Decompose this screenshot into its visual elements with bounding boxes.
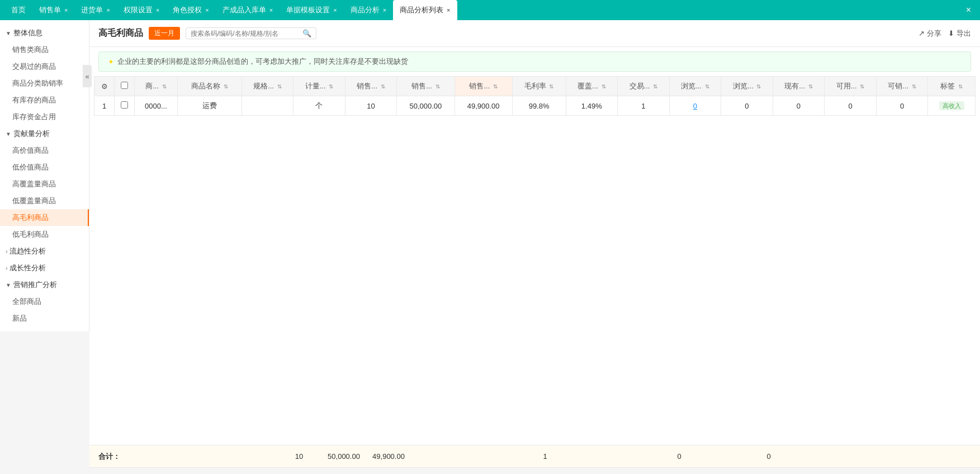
sidebar-item-category-rate[interactable]: 商品分类助销率	[0, 75, 89, 92]
table-row: 1 0000... 运费 个 10 50,000.00 49,900.00 99…	[94, 96, 976, 116]
col-available[interactable]: 可用... ⇅	[825, 77, 877, 96]
cell-spec	[242, 96, 293, 116]
sidebar: ▼ 整体信息 销售类商品 交易过的商品 商品分类助销率 有库存的商品 库存资金占…	[0, 20, 89, 331]
close-purchase-tab[interactable]: ×	[106, 7, 110, 13]
sort-sellable-icon: ⇅	[912, 83, 916, 90]
close-product-analysis-list-tab[interactable]: ×	[447, 7, 450, 13]
sidebar-group-contribution[interactable]: ▼ 贡献量分析	[0, 125, 89, 142]
share-button[interactable]: ↗ 分享	[919, 29, 941, 39]
cell-index: 1	[94, 96, 115, 116]
sidebar-item-low-margin[interactable]: 低毛利商品	[0, 226, 89, 243]
cell-sales-amount: 50,000.00	[397, 96, 455, 116]
col-name[interactable]: 商品名称 ⇅	[177, 77, 242, 96]
row-checkbox[interactable]	[121, 101, 128, 109]
top-navigation: 首页 销售单 × 进货单 × 权限设置 × 角色授权 × 产成品入库单 × 单据…	[0, 0, 980, 20]
arrow-contribution: ▼	[6, 131, 11, 137]
col-sales-qty[interactable]: 销售... ⇅	[345, 77, 397, 96]
cell-browse2: 0	[721, 96, 773, 116]
sort-salesprofit-icon: ⇅	[493, 83, 498, 90]
close-permission-tab[interactable]: ×	[156, 7, 159, 13]
close-template-tab[interactable]: ×	[333, 7, 337, 13]
tag-badge: 高收入	[939, 101, 964, 110]
sidebar-group-trend[interactable]: › 流趋性分析	[0, 243, 89, 260]
export-button[interactable]: ⬇ 导出	[948, 29, 971, 39]
footer-label: 合计：	[98, 452, 120, 462]
filter-recent-month-button[interactable]: 近一月	[149, 27, 180, 40]
col-tag[interactable]: 标签 ⇅	[928, 77, 976, 96]
horizontal-scrollbar[interactable]	[89, 467, 980, 474]
sidebar-item-high-value[interactable]: 高价值商品	[0, 142, 89, 159]
col-settings[interactable]: ⚙	[94, 77, 115, 96]
nav-item-role[interactable]: 角色授权 ×	[166, 0, 215, 20]
col-unit[interactable]: 计量... ⇅	[293, 77, 345, 96]
main-content: ▼ 整体信息 销售类商品 交易过的商品 商品分类助销率 有库存的商品 库存资金占…	[0, 20, 980, 474]
col-gross-margin[interactable]: 毛利率 ⇅	[512, 77, 566, 96]
sidebar-item-high-margin[interactable]: 高毛利商品	[0, 209, 89, 226]
close-all-tabs-button[interactable]: ×	[962, 5, 976, 15]
search-icon[interactable]: 🔍	[302, 29, 311, 37]
info-banner: ✦ 企业的主要的利润都是这部分商品创造的，可考虑加大推广，同时关注库存是不要出现…	[98, 51, 971, 72]
nav-item-template[interactable]: 单据模板设置 ×	[280, 0, 343, 20]
close-sales-tab[interactable]: ×	[64, 7, 68, 13]
sidebar-item-in-stock[interactable]: 有库存的商品	[0, 92, 89, 109]
footer-transaction: 1	[523, 452, 567, 461]
sort-transaction-icon: ⇅	[653, 83, 657, 90]
sort-salesqty-icon: ⇅	[381, 83, 385, 90]
nav-item-home[interactable]: 首页	[4, 0, 32, 20]
sidebar-item-high-coverage[interactable]: 高覆盖量商品	[0, 176, 89, 193]
nav-item-product-analysis-list[interactable]: 商品分析列表 ×	[393, 0, 457, 20]
sort-name-icon: ⇅	[224, 83, 228, 90]
cell-code[interactable]: 0000...	[135, 96, 178, 116]
sort-browse1-icon: ⇅	[705, 83, 709, 90]
sidebar-item-stock-capital[interactable]: 库存资金占用	[0, 109, 89, 125]
sidebar-item-traded-products[interactable]: 交易过的商品	[0, 58, 89, 75]
sidebar-item-all-products[interactable]: 全部商品	[0, 293, 89, 310]
sidebar-item-new-products[interactable]: 新品	[0, 310, 89, 327]
close-product-analysis-tab[interactable]: ×	[383, 7, 386, 13]
col-browse2[interactable]: 浏览... ⇅	[721, 77, 773, 96]
col-transaction[interactable]: 交易... ⇅	[618, 77, 670, 96]
sidebar-group-growth[interactable]: › 成长性分析	[0, 260, 89, 276]
sidebar-item-sales-products[interactable]: 销售类商品	[0, 41, 89, 58]
search-input[interactable]	[191, 30, 302, 37]
col-coverage[interactable]: 覆盖... ⇅	[566, 77, 618, 96]
col-browse1[interactable]: 浏览... ⇅	[669, 77, 721, 96]
col-code[interactable]: 商... ⇅	[135, 77, 178, 96]
nav-item-product-analysis[interactable]: 商品分析 ×	[344, 0, 393, 20]
search-box: 🔍	[186, 27, 316, 39]
select-all-checkbox[interactable]	[121, 82, 128, 89]
cell-transaction: 1	[618, 96, 670, 116]
nav-item-product-warehouse[interactable]: 产成品入库单 ×	[216, 0, 280, 20]
nav-item-permission[interactable]: 权限设置 ×	[117, 0, 166, 20]
cell-coverage: 1.49%	[566, 96, 618, 116]
footer-totals: 合计： 10 50,000.00 49,900.00 1 0 0	[89, 445, 980, 467]
col-spec[interactable]: 规格... ⇅	[242, 77, 293, 96]
col-sales-profit[interactable]: 销售... ⇅	[455, 77, 512, 96]
col-sales-amount[interactable]: 销售... ⇅	[397, 77, 455, 96]
close-role-tab[interactable]: ×	[205, 7, 209, 13]
arrow-marketing: ▼	[6, 282, 11, 288]
nav-item-sales[interactable]: 销售单 ×	[32, 0, 74, 20]
sort-tag-icon: ⇅	[958, 83, 963, 90]
sidebar-item-low-value[interactable]: 低价值商品	[0, 159, 89, 176]
sidebar-group-overall[interactable]: ▼ 整体信息	[0, 25, 89, 41]
cell-browse1[interactable]: 0	[669, 96, 721, 116]
sidebar-group-marketing[interactable]: ▼ 营销推广分析	[0, 276, 89, 293]
sort-browse2-icon: ⇅	[756, 83, 761, 90]
footer-sales-qty: 10	[277, 452, 321, 461]
nav-item-purchase[interactable]: 进货单 ×	[74, 0, 116, 20]
sort-spec-icon: ⇅	[277, 83, 282, 90]
product-table: ⚙ 商... ⇅ 商品名称 ⇅	[94, 76, 976, 116]
export-icon: ⬇	[948, 29, 954, 37]
cell-gross-margin: 99.8%	[512, 96, 566, 116]
header-actions: ↗ 分享 ⬇ 导出	[919, 29, 971, 39]
sidebar-collapse-button[interactable]: «	[83, 65, 92, 87]
share-icon: ↗	[919, 29, 925, 37]
col-sellable[interactable]: 可销... ⇅	[876, 77, 928, 96]
footer-sellable: 0	[746, 452, 791, 461]
sidebar-item-low-coverage[interactable]: 低覆盖量商品	[0, 193, 89, 209]
close-product-warehouse-tab[interactable]: ×	[269, 7, 273, 13]
cell-sales-profit: 49,900.00	[455, 96, 512, 116]
panel-title: 高毛利商品	[98, 27, 143, 39]
col-current-stock[interactable]: 现有... ⇅	[773, 77, 825, 96]
